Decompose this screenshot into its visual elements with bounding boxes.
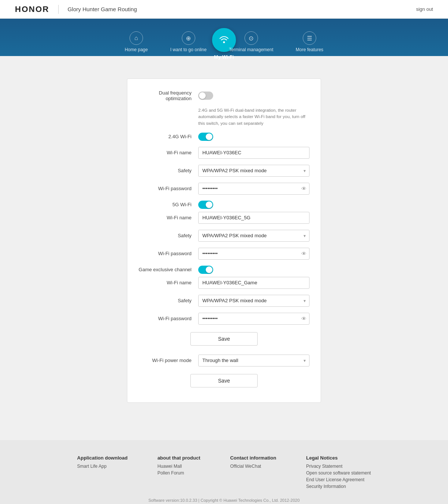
footer-grid: Application download Smart Life App abou…: [22, 455, 426, 491]
footer-col-app-download-title: Application download: [77, 455, 128, 461]
footer-col-app-download: Application download Smart Life App: [77, 455, 128, 491]
wifi-game-safety-select[interactable]: WPA/WPA2 PSK mixed mode WPA2 PSK No encr…: [198, 295, 309, 307]
brand: HONOR Glory Hunter Game Routing: [15, 4, 137, 14]
wifi-24g-password-row: Wi-Fi password 👁: [139, 183, 309, 195]
game-channel-label: Game exclusive channel: [139, 267, 198, 272]
footer-col-contact: Contact information Official WeChat: [230, 455, 276, 491]
wifi-name-label-game: Wi-Fi name: [139, 280, 198, 285]
wifi-game-safety-row: Safety WPA/WPA2 PSK mixed mode WPA2 PSK …: [139, 295, 309, 307]
wifi-password-label-game: Wi-Fi password: [139, 316, 198, 321]
footer-item-smart-life[interactable]: Smart Life App: [77, 464, 128, 469]
wifi-24g-track: [198, 133, 213, 141]
wifi-5g-toggle-wrap: [198, 201, 309, 209]
wifi-24g-safety-row: Safety WPA/WPA2 PSK mixed mode WPA2 PSK …: [139, 165, 309, 177]
wifi-5g-password-row: Wi-Fi password 👁: [139, 248, 309, 260]
dual-freq-toggle-wrap: [198, 92, 309, 100]
wifi-5g-track: [198, 201, 213, 209]
save-btn-2-wrap: Save: [139, 374, 309, 387]
wifi-power-mode-select[interactable]: Through the wall Standard Low power: [198, 355, 309, 367]
globe-icon: ⊕: [182, 31, 195, 45]
game-channel-track: [198, 266, 213, 274]
wifi-power-mode-row: Wi-Fi power mode Through the wall Standa…: [139, 355, 309, 367]
nav-label-terminal: Terminal management: [229, 47, 273, 52]
wifi-name-label-24g: Wi-Fi name: [139, 150, 198, 155]
wifi-24g-thumb: [206, 133, 212, 140]
footer-col-contact-title: Contact information: [230, 455, 276, 461]
wifi-24g-safety-select[interactable]: WPA/WPA2 PSK mixed mode WPA2 PSK No encr…: [198, 165, 309, 177]
footer-col-legal-title: Legal Notices: [306, 455, 371, 461]
footer-item-opensource[interactable]: Open source software statement: [306, 470, 371, 476]
wifi-5g-name-input[interactable]: [198, 212, 309, 224]
wifi-game-safety-wrap: WPA/WPA2 PSK mixed mode WPA2 PSK No encr…: [198, 295, 309, 307]
wifi-5g-thumb: [206, 201, 212, 208]
game-channel-toggle[interactable]: [198, 266, 309, 274]
game-channel-toggle-row: Game exclusive channel: [139, 266, 309, 274]
wifi-game-password-wrap: 👁: [198, 313, 309, 325]
footer-item-huawei-mall[interactable]: Huawei Mall: [158, 464, 200, 469]
header-product-title: Glory Hunter Game Routing: [68, 6, 137, 12]
safety-label-game: Safety: [139, 298, 198, 303]
footer-col-legal: Legal Notices Privacy Statement Open sou…: [306, 455, 371, 491]
footer-item-eula[interactable]: End User License Agreement: [306, 477, 371, 482]
wifi-5g-toggle-row: 5G Wi-Fi: [139, 201, 309, 209]
wifi-password-label-5g: Wi-Fi password: [139, 251, 198, 256]
wifi-game-name-wrap: [198, 277, 309, 289]
main-nav: ⌂ Home page ⊕ I want to go online My Wi-…: [0, 19, 448, 56]
wifi-5g-safety-row: Safety WPA/WPA2 PSK mixed mode WPA2 PSK …: [139, 230, 309, 242]
nav-item-home[interactable]: ⌂ Home page: [113, 31, 159, 56]
wifi-game-name-row: Wi-Fi name: [139, 277, 309, 289]
safety-label-24g: Safety: [139, 168, 198, 173]
save-button-1[interactable]: Save: [190, 332, 258, 346]
home-icon: ⌂: [130, 31, 143, 45]
wifi-24g-password-input[interactable]: [198, 183, 309, 195]
safety-label-5g: Safety: [139, 233, 198, 238]
wifi-game-password-row: Wi-Fi password 👁: [139, 313, 309, 325]
wifi-24g-toggle[interactable]: [198, 133, 309, 141]
dual-freq-label: Dual frequency optimization: [139, 90, 198, 101]
footer: Application download Smart Life App abou…: [0, 440, 448, 504]
footer-col-product: about that product Huawei Mall Pollen Fo…: [158, 455, 200, 491]
brand-name: HONOR: [15, 4, 49, 14]
wifi-5g-toggle[interactable]: [198, 201, 309, 209]
nav-label-home: Home page: [125, 47, 148, 52]
wifi-game-password-input[interactable]: [198, 313, 309, 325]
wifi-power-mode-wrap: Through the wall Standard Low power ▼: [198, 355, 309, 367]
footer-item-official-wechat[interactable]: Official WeChat: [230, 464, 276, 469]
eye-icon-5g[interactable]: 👁: [301, 251, 307, 257]
wifi-password-label-24g: Wi-Fi password: [139, 186, 198, 191]
dual-freq-toggle[interactable]: [198, 92, 309, 100]
eye-icon-24g[interactable]: 👁: [301, 186, 307, 192]
wifi-24g-name-input[interactable]: [198, 147, 309, 159]
save-button-2[interactable]: Save: [190, 374, 258, 387]
nav-item-terminal[interactable]: ⊙ Terminal management: [218, 31, 284, 56]
wifi-24g-name-row: Wi-Fi name: [139, 147, 309, 159]
footer-item-privacy[interactable]: Privacy Statement: [306, 464, 371, 469]
eye-icon-game[interactable]: 👁: [301, 316, 307, 322]
signout-link[interactable]: sign out: [416, 6, 433, 12]
wifi-name-label-5g: Wi-Fi name: [139, 215, 198, 220]
wifi-5g-safety-select[interactable]: WPA/WPA2 PSK mixed mode WPA2 PSK No encr…: [198, 230, 309, 242]
dual-freq-track: [198, 92, 213, 100]
wifi-power-mode-label: Wi-Fi power mode: [139, 358, 198, 363]
nav-item-more[interactable]: ☰ More features: [284, 31, 335, 56]
wifi-24g-password-wrap: 👁: [198, 183, 309, 195]
footer-item-pollen-forum[interactable]: Pollen Forum: [158, 470, 200, 476]
wifi-5g-password-input[interactable]: [198, 248, 309, 260]
user-icon: ⊙: [245, 31, 258, 45]
wifi-5g-name-row: Wi-Fi name: [139, 212, 309, 224]
wifi-24g-toggle-wrap: [198, 133, 309, 141]
settings-card: Dual frequency optimization 2.4G and 5G …: [127, 78, 321, 403]
wifi-5g-safety-wrap: WPA/WPA2 PSK mixed mode WPA2 PSK No encr…: [198, 230, 309, 242]
footer-item-security[interactable]: Security Information: [306, 484, 371, 489]
wifi-game-name-input[interactable]: [198, 277, 309, 289]
wifi-5g-password-wrap: 👁: [198, 248, 309, 260]
footer-copyright: Software version:10.0.2.33 | Copyright ©…: [22, 498, 426, 503]
nav-label-more: More features: [296, 47, 323, 52]
dual-freq-row: Dual frequency optimization: [139, 90, 309, 101]
header-divider: [58, 5, 59, 14]
wifi-24g-label: 2.4G Wi-Fi: [139, 134, 198, 139]
save-btn-1-wrap: Save: [139, 332, 309, 346]
wifi-5g-label: 5G Wi-Fi: [139, 202, 198, 207]
wifi-24g-toggle-row: 2.4G Wi-Fi: [139, 133, 309, 141]
game-channel-toggle-wrap: [198, 266, 309, 274]
